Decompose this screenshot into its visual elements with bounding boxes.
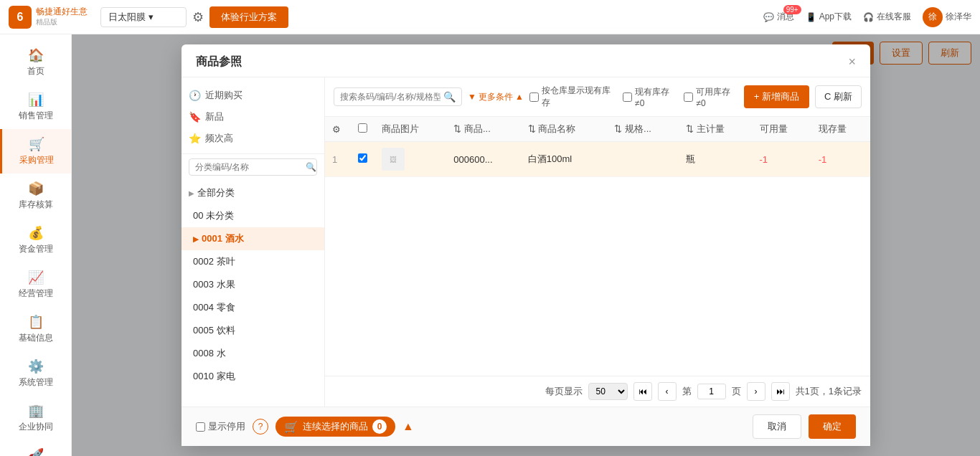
- sidebar-item-system[interactable]: ⚙️ 系统管理: [0, 351, 71, 396]
- sidebar-label-operation: 经营管理: [19, 288, 53, 300]
- quick-filter-recent[interactable]: 🕐 近期购买: [182, 85, 324, 106]
- table-settings-icon[interactable]: ⚙: [332, 124, 341, 135]
- page-size-select[interactable]: 50 10 20 100: [588, 383, 628, 400]
- page-number-input[interactable]: [697, 384, 726, 399]
- online-service-item[interactable]: 🎧 在线客服: [863, 11, 911, 23]
- checkbox-warehouse-label: 按仓库显示现有库存: [542, 85, 616, 109]
- row-unit: 瓶: [679, 142, 753, 177]
- table-header: ⚙ 商品图片 ⇅ 商品...: [325, 117, 870, 142]
- th-name[interactable]: ⇅ 商品名称: [521, 117, 608, 142]
- sidebar-label-finance: 资金管理: [19, 243, 53, 255]
- enterprise-icon: 🏢: [28, 403, 44, 419]
- online-service-label: 在线客服: [877, 11, 911, 23]
- sidebar-item-sales[interactable]: 📊 销售管理: [0, 85, 71, 129]
- category-item-0003[interactable]: 0003 水果: [182, 273, 324, 296]
- search-input[interactable]: [340, 92, 440, 102]
- prev-page-button[interactable]: ‹: [658, 382, 677, 401]
- page-label: 第: [682, 385, 692, 398]
- app-download-label: App下载: [819, 11, 852, 23]
- category-item-0008[interactable]: 0008 水: [182, 342, 324, 365]
- sidebar-item-guide[interactable]: 🚀 新手引导: [0, 440, 71, 456]
- checkbox-available[interactable]: 可用库存≠0: [684, 86, 738, 108]
- store-name: 日太阳膜: [108, 11, 146, 24]
- checkbox-available-label: 可用库存≠0: [696, 86, 738, 108]
- th-checkbox[interactable]: [351, 117, 374, 142]
- row-checkbox-cell[interactable]: [351, 142, 374, 177]
- th-spec[interactable]: ⇅ 规格...: [607, 117, 679, 142]
- table-body: 1 🖼: [325, 142, 870, 177]
- sidebar-label-sales: 销售管理: [19, 110, 53, 122]
- sidebar-item-purchase[interactable]: 🛒 采购管理: [0, 129, 71, 174]
- message-item[interactable]: 💬 消息 99+: [763, 11, 794, 23]
- collapse-cart-icon[interactable]: ▲: [402, 420, 414, 433]
- modal-overlay: 商品参照 × 🕐 近期购买 🔖 新品: [72, 34, 980, 456]
- logo-icon: 6: [9, 6, 32, 29]
- th-code[interactable]: ⇅ 商品...: [446, 117, 520, 142]
- category-search[interactable]: 🔍: [189, 158, 317, 176]
- app-download-item[interactable]: 📱 App下载: [806, 11, 852, 23]
- search-input-wrap[interactable]: 🔍: [334, 87, 462, 106]
- help-icon[interactable]: ?: [253, 419, 268, 434]
- category-search-input[interactable]: [195, 162, 303, 172]
- th-settings[interactable]: ⚙: [325, 117, 351, 142]
- confirm-button[interactable]: 确定: [809, 414, 856, 439]
- category-0002-label: 0002 茶叶: [193, 255, 235, 268]
- sort-unit-icon: ⇅: [686, 123, 694, 134]
- last-page-button[interactable]: ⏭: [771, 382, 790, 401]
- row-spec: [607, 142, 679, 177]
- quick-filter-new[interactable]: 🔖 新品: [182, 106, 324, 128]
- checkbox-stock-input[interactable]: [623, 92, 632, 102]
- show-disabled-checkbox[interactable]: 显示停用: [196, 420, 245, 433]
- row-checkbox[interactable]: [358, 153, 367, 163]
- category-item-00[interactable]: 00 未分类: [182, 204, 324, 227]
- user-item[interactable]: 徐 徐泽华: [923, 7, 971, 27]
- sidebar-item-enterprise[interactable]: 🏢 企业协同: [0, 396, 71, 440]
- sidebar-item-inventory[interactable]: 📦 库存核算: [0, 174, 71, 218]
- purchase-icon: 🛒: [29, 136, 44, 152]
- sidebar-label-basics: 基础信息: [19, 332, 53, 344]
- cancel-button[interactable]: 取消: [753, 414, 801, 439]
- category-00-label: 00 未分类: [193, 209, 234, 222]
- experience-button[interactable]: 体验行业方案: [209, 6, 288, 28]
- filter-collapse-icon: ▲: [515, 92, 524, 102]
- basics-icon: 📋: [28, 314, 44, 330]
- page-size-label: 每页显示: [545, 385, 583, 398]
- category-item-0005[interactable]: 0005 饮料: [182, 319, 324, 342]
- category-item-0004[interactable]: 0004 零食: [182, 296, 324, 319]
- select-all-checkbox[interactable]: [358, 123, 367, 133]
- next-page-button[interactable]: ›: [747, 382, 765, 401]
- cart-badge[interactable]: 🛒 连续选择的商品 0: [275, 417, 395, 437]
- settings-icon[interactable]: ⚙: [192, 9, 204, 25]
- sidebar-item-operation[interactable]: 📈 经营管理: [0, 262, 71, 307]
- sidebar-item-basics[interactable]: 📋 基础信息: [0, 307, 71, 351]
- quick-filter-frequent[interactable]: ⭐ 频次高: [182, 128, 324, 149]
- guide-icon: 🚀: [28, 447, 44, 456]
- category-item-0002[interactable]: 0002 茶叶: [182, 250, 324, 273]
- category-item-0001[interactable]: ▶ 0001 酒水: [182, 227, 324, 250]
- category-all[interactable]: ▶ 全部分类: [182, 181, 324, 204]
- sidebar-label-inventory: 库存核算: [19, 199, 53, 211]
- page-unit: 页: [732, 385, 741, 398]
- row-num: 1: [325, 142, 351, 177]
- top-nav: 6 畅捷通好生意 精品版 日太阳膜 ▾ ⚙ 体验行业方案 💬 消息 99+ 📱 …: [0, 0, 980, 34]
- sidebar-item-finance[interactable]: 💰 资金管理: [0, 218, 71, 262]
- sidebar-item-home[interactable]: 🏠 首页: [0, 40, 71, 85]
- show-disabled-input[interactable]: [196, 422, 205, 432]
- table-row[interactable]: 1 🖼: [325, 142, 870, 177]
- total-info: 共1页，1条记录: [796, 385, 862, 398]
- close-button[interactable]: ×: [848, 54, 856, 70]
- refresh-table-button[interactable]: C 刷新: [815, 85, 862, 108]
- checkbox-available-input[interactable]: [684, 92, 693, 102]
- search-toolbar: 🔍 ▼ 更多条件 ▲ 按仓库显示现有库存: [325, 77, 870, 117]
- headset-icon: 🎧: [863, 12, 874, 22]
- checkbox-warehouse[interactable]: 按仓库显示现有库存: [529, 85, 616, 109]
- add-product-button[interactable]: + 新增商品: [744, 85, 809, 108]
- checkbox-warehouse-input[interactable]: [529, 92, 539, 102]
- checkbox-stock[interactable]: 现有库存≠0: [623, 86, 677, 108]
- category-item-0010[interactable]: 0010 家电: [182, 365, 324, 388]
- th-unit[interactable]: ⇅ 主计量: [679, 117, 753, 142]
- store-selector[interactable]: 日太阳膜 ▾: [100, 7, 187, 27]
- row-name: 白酒100ml: [521, 142, 608, 177]
- first-page-button[interactable]: ⏮: [633, 382, 652, 401]
- more-filter-button[interactable]: ▼ 更多条件 ▲: [468, 91, 524, 103]
